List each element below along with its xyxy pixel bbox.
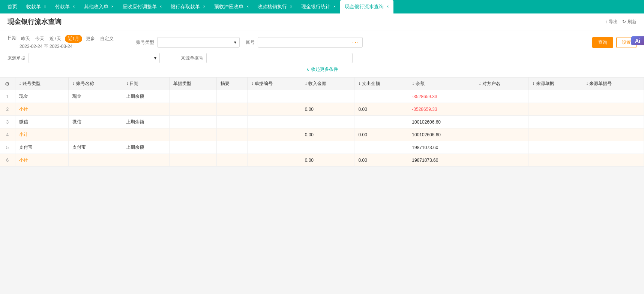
col-income[interactable]: ↕ 收入金额 — [301, 78, 354, 90]
col-account-type[interactable]: ↕ 账号类型 — [15, 78, 69, 90]
data-table-wrap: ⚙ ↕ 账号类型 ↕ 账号名称 ↕ 日期 单据类型 摘要 ↕ 单 — [0, 78, 644, 167]
col-date[interactable]: ↕ 日期 — [122, 78, 170, 90]
col-doc-type-label: 单据类型 — [173, 81, 191, 86]
cell-source-doc-no — [582, 103, 644, 116]
refresh-button[interactable]: ↻ 刷新 — [622, 19, 636, 25]
data-table: ⚙ ↕ 账号类型 ↕ 账号名称 ↕ 日期 单据类型 摘要 ↕ 单 — [0, 78, 644, 167]
date-btn-yesterday[interactable]: 昨天 — [20, 35, 32, 43]
cell-doc-no — [247, 154, 301, 167]
account-type-label: 账号类型 — [136, 39, 154, 46]
source-doc-no-input-wrap — [206, 53, 353, 63]
account-input[interactable] — [261, 40, 351, 45]
filter-row-1: 日期 昨天 今天 近7天 近1月 更多 自定义 2023-02-24 至 202… — [8, 35, 636, 50]
col-doc-type: 单据类型 — [169, 78, 216, 90]
cell-doc-no — [247, 116, 301, 128]
nav-payment[interactable]: 付款单 × — [51, 0, 80, 13]
cell-date: 上期余额 — [122, 90, 170, 103]
col-counterpart[interactable]: ↕ 对方户名 — [475, 78, 528, 90]
col-source-doc-no[interactable]: ↕ 来源单据号 — [582, 78, 644, 90]
cell-expense — [354, 90, 408, 103]
date-btn-7days[interactable]: 近7天 — [48, 35, 63, 43]
nav-payment-close[interactable]: × — [73, 0, 75, 13]
nav-receipt-close[interactable]: × — [44, 0, 46, 13]
cell-source-doc-no — [582, 141, 644, 154]
nav-other-income-close[interactable]: × — [111, 0, 114, 13]
export-button[interactable]: ↑ 导出 — [605, 19, 618, 25]
cell-account-type: 支付宝 — [15, 141, 69, 154]
source-doc-no-input[interactable] — [210, 55, 349, 61]
cell-source-doc-no — [582, 90, 644, 103]
cell-summary — [216, 128, 247, 141]
nav-home[interactable]: 首页 — [3, 0, 22, 13]
date-btn-1month[interactable]: 近1月 — [65, 35, 83, 43]
source-doc-label: 来源单据 — [8, 55, 26, 61]
nav-ar-adjustment-close[interactable]: × — [160, 0, 162, 13]
nav-cash-bank-stats[interactable]: 现金银行统计 × — [297, 0, 340, 13]
cell-account-name — [69, 103, 122, 116]
col-settings[interactable]: ⚙ — [0, 78, 15, 90]
page-header: 现金银行流水查询 ↑ 导出 ↻ 刷新 — [0, 13, 644, 30]
col-doc-no[interactable]: ↕ 单据编号 — [247, 78, 301, 90]
nav-cash-bank-stats-close[interactable]: × — [333, 0, 336, 13]
nav-prepay-offset-close[interactable]: × — [246, 0, 249, 13]
cell-doc-no — [247, 103, 301, 116]
cell-expense — [354, 141, 408, 154]
date-btn-today[interactable]: 今天 — [34, 35, 46, 43]
date-shortcuts: 昨天 今天 近7天 近1月 更多 自定义 — [20, 35, 115, 43]
refresh-icon: ↻ — [622, 19, 626, 24]
header-actions: ↑ 导出 ↻ 刷新 — [605, 19, 636, 25]
cell-balance: 100102606.60 — [408, 128, 475, 141]
top-nav: 首页 收款单 × 付款单 × 其他收入单 × 应收应付调整单 × 银行存取款单 … — [0, 0, 644, 13]
query-button[interactable]: 查询 — [592, 37, 613, 48]
collapse-bar[interactable]: ∧ 收起更多条件 — [8, 66, 636, 73]
cell-counterpart — [475, 141, 528, 154]
cell-date — [122, 103, 170, 116]
nav-prepay-offset[interactable]: 预收冲应收单 × — [210, 0, 253, 13]
cell-source-doc — [528, 128, 582, 141]
cell-doc-type — [169, 116, 216, 128]
source-doc-filter: 来源单据 ▾ — [8, 53, 160, 63]
cell-index: 1 — [0, 90, 15, 103]
cell-doc-type — [169, 154, 216, 167]
nav-receipt-verify[interactable]: 收款核销执行 × — [253, 0, 297, 13]
cell-account-type: 微信 — [15, 116, 69, 128]
cell-account-type: 现金 — [15, 90, 69, 103]
nav-ar-adjustment[interactable]: 应收应付调整单 × — [118, 0, 167, 13]
nav-bank-deposit-close[interactable]: × — [203, 0, 205, 13]
account-type-filter: 账号类型 ▾ — [136, 37, 240, 48]
cell-summary — [216, 116, 247, 128]
nav-bank-deposit[interactable]: 银行存取款单 × — [166, 0, 210, 13]
cell-index: 6 — [0, 154, 15, 167]
cell-date — [122, 154, 170, 167]
cell-expense: 0.00 — [354, 154, 408, 167]
date-filter-group: 日期 昨天 今天 近7天 近1月 更多 自定义 2023-02-24 至 202… — [8, 35, 115, 50]
cell-income — [301, 116, 354, 128]
nav-cash-bank-flow[interactable]: 现金银行流水查询 × — [340, 0, 393, 13]
cell-doc-no — [247, 90, 301, 103]
cell-index: 4 — [0, 128, 15, 141]
col-balance-label: ↕ 余额 — [412, 81, 424, 86]
col-balance[interactable]: ↕ 余额 — [408, 78, 475, 90]
cell-expense: 0.00 — [354, 128, 408, 141]
account-dots-btn[interactable]: ··· — [352, 39, 359, 46]
nav-cash-bank-flow-close[interactable]: × — [387, 0, 389, 13]
ai-badge[interactable]: Ai — [631, 36, 644, 45]
table-row: 5 支付宝 支付宝 上期余额 19871073.60 — [0, 141, 644, 154]
source-doc-no-label: 来源单据号 — [181, 55, 203, 61]
cell-counterpart — [475, 128, 528, 141]
cell-counterpart — [475, 90, 528, 103]
nav-receipt-verify-close[interactable]: × — [290, 0, 292, 13]
collapse-label: 收起更多条件 — [311, 66, 338, 73]
col-account-name[interactable]: ↕ 账号名称 — [69, 78, 122, 90]
nav-other-income[interactable]: 其他收入单 × — [80, 0, 118, 13]
date-btn-more[interactable]: 更多 — [84, 35, 96, 43]
date-btn-custom[interactable]: 自定义 — [99, 35, 115, 43]
col-source-doc[interactable]: ↕ 来源单据 — [528, 78, 582, 90]
col-expense[interactable]: ↕ 支出金额 — [354, 78, 408, 90]
cell-income — [301, 141, 354, 154]
nav-receipt[interactable]: 收款单 × — [22, 0, 51, 13]
source-doc-select[interactable]: ▾ — [29, 53, 160, 63]
account-type-select[interactable]: ▾ — [157, 37, 240, 48]
gear-icon: ⚙ — [5, 81, 10, 87]
cell-account-name — [69, 154, 122, 167]
